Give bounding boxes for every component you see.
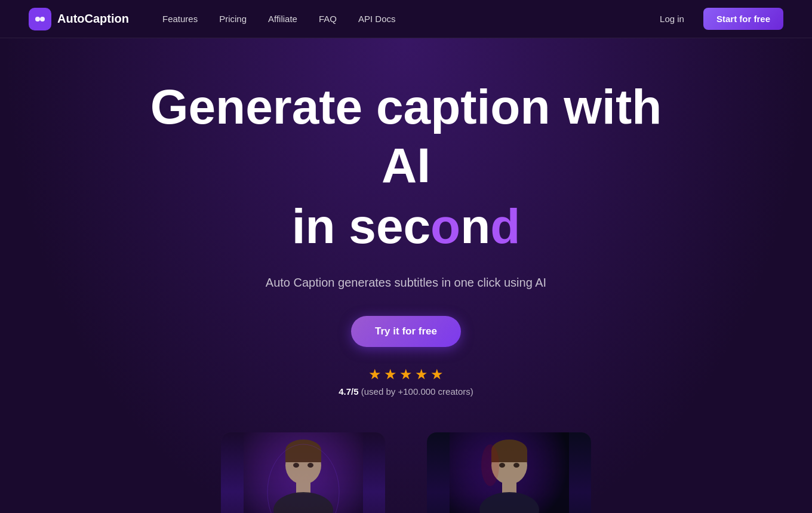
hero-description: Auto Caption generates subtitles in one … bbox=[266, 273, 546, 292]
person-silhouette-left bbox=[244, 432, 363, 513]
nav-item-faq[interactable]: FAQ bbox=[309, 9, 346, 29]
navbar-left: AutoCaption Features Pricing Affiliate F… bbox=[29, 8, 405, 30]
nav-links: Features Pricing Affiliate FAQ API Docs bbox=[153, 9, 405, 29]
hero-title: Generate caption with bbox=[150, 80, 662, 134]
svg-point-9 bbox=[293, 463, 299, 468]
star-5: ★ bbox=[430, 366, 444, 383]
navbar-right: Log in Start for free bbox=[650, 8, 783, 30]
rating-text: 4.7/5 (used by +100.000 creators) bbox=[339, 386, 473, 397]
rating-score: 4.7/5 bbox=[339, 386, 358, 397]
nav-item-pricing[interactable]: Pricing bbox=[210, 9, 256, 29]
video-placeholder-left bbox=[221, 432, 385, 513]
svg-rect-14 bbox=[502, 481, 516, 493]
hero-ai-text: AI bbox=[382, 139, 430, 192]
video-card-right: 😍 bbox=[427, 432, 591, 513]
login-button[interactable]: Log in bbox=[650, 9, 694, 29]
video-placeholder-right: 😍 bbox=[427, 432, 591, 513]
rating-detail: (used by +100.000 creators) bbox=[361, 386, 473, 397]
logo-icon bbox=[29, 8, 51, 30]
logo-text: AutoCaption bbox=[57, 12, 129, 26]
hero-section: Generate caption with AI in second Auto … bbox=[0, 38, 812, 513]
svg-point-1 bbox=[40, 17, 45, 21]
hero-subtitle: AI bbox=[382, 139, 430, 192]
rating-section: ★ ★ ★ ★ ★ 4.7/5 (used by +100.000 creato… bbox=[339, 366, 473, 397]
logo[interactable]: AutoCaption bbox=[29, 8, 129, 30]
svg-point-10 bbox=[307, 463, 313, 468]
video-card-left bbox=[221, 432, 385, 513]
try-for-free-button[interactable]: Try it for free bbox=[351, 316, 461, 347]
nav-item-affiliate[interactable]: Affiliate bbox=[259, 9, 307, 29]
video-section: 😍 bbox=[84, 426, 728, 513]
nav-item-api-docs[interactable]: API Docs bbox=[349, 9, 405, 29]
start-for-free-button[interactable]: Start for free bbox=[703, 8, 783, 30]
svg-point-19 bbox=[499, 463, 505, 468]
svg-rect-8 bbox=[285, 450, 321, 462]
star-3: ★ bbox=[399, 366, 413, 383]
navbar: AutoCaption Features Pricing Affiliate F… bbox=[0, 0, 812, 38]
star-rating: ★ ★ ★ ★ ★ bbox=[368, 366, 444, 383]
svg-point-20 bbox=[513, 463, 519, 468]
hero-second-subtitle: in second bbox=[292, 199, 521, 253]
star-1: ★ bbox=[368, 366, 382, 383]
svg-point-0 bbox=[35, 17, 40, 21]
nav-item-features[interactable]: Features bbox=[153, 9, 207, 29]
person-silhouette-right bbox=[450, 432, 569, 513]
star-4: ★ bbox=[415, 366, 428, 383]
svg-rect-4 bbox=[296, 481, 310, 493]
svg-point-21 bbox=[481, 444, 499, 486]
star-2: ★ bbox=[384, 366, 397, 383]
